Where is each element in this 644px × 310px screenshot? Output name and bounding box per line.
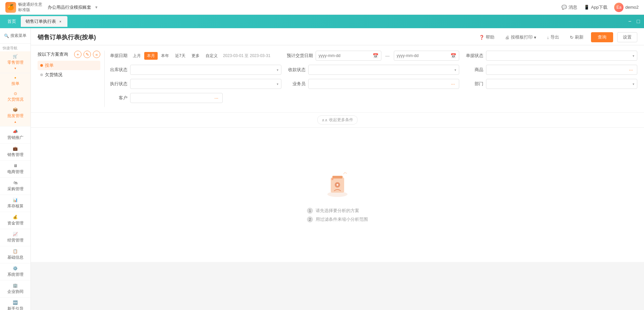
- sidebar-item-finance[interactable]: 💰 资金管理: [0, 212, 31, 229]
- refresh-button[interactable]: ↻ 刷新: [567, 33, 587, 42]
- tip-num-2: 2: [307, 216, 313, 222]
- goods-select[interactable]: ···: [486, 65, 637, 75]
- date-tab-this-year[interactable]: 本年: [158, 52, 172, 60]
- empty-tip-2: 2 用过滤条件来缩小分析范围: [307, 216, 368, 222]
- user-menu[interactable]: Ea demo2: [614, 3, 639, 12]
- sidebar-item-marketing[interactable]: 📣 营销推广: [0, 126, 31, 144]
- date-tab-7days[interactable]: 近7天: [172, 52, 188, 60]
- date-tab-more[interactable]: 更多: [189, 52, 202, 60]
- finance-icon: 💰: [13, 215, 18, 219]
- tab-maximize-button[interactable]: □: [635, 17, 641, 26]
- tab-bar: 首页 销售订单执行表 × − □: [0, 15, 644, 28]
- sidebar-item-backorder[interactable]: ⊙ 欠货情况: [0, 89, 31, 105]
- app-download-button[interactable]: 📱 App下载: [584, 4, 607, 10]
- top-bar-left: 🍊 畅捷通好生意 标准版 办公用品行业模拟账套 ▾: [5, 2, 98, 13]
- marketing-icon: 📣: [13, 129, 18, 134]
- scheme-item-backorder[interactable]: 欠货情况: [38, 70, 100, 80]
- svg-line-9: [345, 172, 347, 173]
- help-button[interactable]: ❓ 帮助: [476, 33, 498, 42]
- sidebar-item-basics[interactable]: 📋 基础信息: [0, 246, 31, 263]
- sidebar-item-enterprise[interactable]: 🏢 企业协同: [0, 280, 31, 298]
- print-button[interactable]: 🖨 按模板打印 ▾: [502, 33, 540, 42]
- filter-scheme-title: 按以下方案查询: [38, 51, 68, 57]
- payment-status-select[interactable]: ▾: [308, 65, 460, 75]
- delivery-status-label: 出库状态: [109, 67, 127, 73]
- sidebar-item-sales[interactable]: 💼 销售管理: [0, 144, 31, 161]
- search-menu-button[interactable]: 🔍 搜索菜单: [3, 31, 28, 41]
- filter-row-4: 客户 ···: [109, 93, 637, 103]
- customer-dots-icon[interactable]: ···: [213, 95, 220, 101]
- filter-scheme-icons: + ✎ «: [74, 51, 100, 58]
- edit-scheme-button[interactable]: ✎: [84, 51, 91, 58]
- tab-close-icon[interactable]: ×: [58, 19, 63, 24]
- top-bar: 🍊 畅捷通好生意 标准版 办公用品行业模拟账套 ▾ 💬 消息 📱 App下载 E…: [0, 0, 644, 15]
- top-bar-right: 💬 消息 📱 App下载 Ea demo2: [561, 3, 639, 12]
- sidebar-sub-retail: 🔸 按单 ⊙ 欠货情况: [0, 73, 31, 105]
- filter-scheme-header: 按以下方案查询 + ✎ «: [38, 51, 100, 58]
- scheme-dot-active: [40, 64, 43, 67]
- page-actions: ❓ 帮助 🖨 按模板打印 ▾ ↓ 导出 ↻ 刷新 查询: [476, 32, 638, 42]
- status-field: 单据状态 ▾: [465, 51, 637, 61]
- expected-date-end-wrap: 📅: [394, 51, 460, 61]
- svg-rect-2: [332, 176, 342, 178]
- salesperson-dots-icon[interactable]: ···: [450, 81, 457, 87]
- expected-date-start-input[interactable]: [319, 53, 373, 58]
- tab-bar-right: − □: [627, 17, 641, 26]
- avatar: Ea: [614, 3, 624, 12]
- salesperson-select[interactable]: ···: [308, 79, 460, 89]
- top-bar-title: 办公用品行业模拟账套: [48, 4, 91, 10]
- expected-date-end-input[interactable]: [397, 53, 451, 58]
- delivery-status-select[interactable]: ▾: [130, 65, 281, 75]
- query-button[interactable]: 查询: [591, 32, 613, 42]
- sidebar-item-by-order[interactable]: 🔸 按单: [0, 73, 31, 89]
- top-bar-dropdown-icon[interactable]: ▾: [95, 5, 98, 10]
- export-button[interactable]: ↓ 导出: [544, 33, 563, 42]
- execution-status-select[interactable]: ▾: [130, 79, 281, 89]
- tab-sales-order[interactable]: 销售订单执行表 ×: [21, 16, 67, 27]
- wholesale-icon: 📦: [13, 107, 18, 112]
- sidebar-item-wholesale[interactable]: 📦 批发管理 ▴: [0, 105, 31, 126]
- customer-label: 客户: [109, 95, 127, 101]
- logo-text: 畅捷通好生意 标准版: [18, 2, 42, 12]
- salesperson-label: 业务员: [287, 81, 306, 87]
- tip-num-1: 1: [307, 208, 313, 214]
- wholesale-arrow-icon: ▴: [14, 120, 16, 123]
- department-label: 部门: [465, 81, 483, 87]
- page-title: 销售订单执行表(按单): [38, 33, 96, 41]
- sidebar-item-retail[interactable]: 🛒 零售管理 ▾: [0, 51, 31, 73]
- add-scheme-button[interactable]: +: [74, 51, 82, 58]
- empty-illustration: [321, 167, 354, 201]
- sidebar-item-purchase[interactable]: 🛍 采购管理: [0, 178, 31, 195]
- date-tab-this-month[interactable]: 本月: [144, 52, 158, 60]
- message-button[interactable]: 💬 消息: [561, 4, 577, 10]
- svg-line-8: [343, 172, 345, 174]
- payment-status-label: 收款状态: [287, 67, 306, 73]
- collapse-button[interactable]: ∧∧ 收起更多条件: [317, 115, 358, 124]
- expected-date-start-wrap: 📅: [316, 51, 381, 61]
- sidebar-item-system[interactable]: ⚙️ 系统管理: [0, 263, 31, 280]
- sidebar-nav-label: 快捷导航: [0, 44, 31, 51]
- sidebar-item-ecommerce[interactable]: 🖥 电商管理: [0, 161, 31, 178]
- goods-label: 商品: [465, 67, 483, 73]
- scheme-item-by-order[interactable]: 按单: [38, 61, 100, 70]
- empty-tip-1: 1 请先选择要分析的方案: [307, 208, 368, 214]
- date-tab-last-month[interactable]: 上月: [130, 52, 144, 60]
- ecommerce-icon: 🖥: [13, 163, 17, 168]
- tab-home[interactable]: 首页: [3, 16, 21, 27]
- tab-minimize-button[interactable]: −: [627, 17, 633, 26]
- sidebar-item-operations[interactable]: 📈 经营管理: [0, 229, 31, 246]
- guide-icon: 🆕: [13, 300, 18, 305]
- settings-button[interactable]: 设置: [617, 32, 637, 42]
- delivery-arrow-icon: ▾: [277, 68, 278, 72]
- sidebar-item-guide[interactable]: 🆕 新手引导: [0, 298, 31, 310]
- department-select[interactable]: ▾: [486, 79, 637, 89]
- scheme-dot-inactive: [40, 73, 43, 76]
- goods-dots-icon[interactable]: ···: [628, 67, 634, 72]
- purchase-icon: 🛍: [13, 180, 17, 185]
- customer-select[interactable]: ···: [130, 93, 223, 103]
- status-select[interactable]: ▾: [486, 51, 637, 61]
- collapse-scheme-button[interactable]: «: [93, 51, 100, 58]
- date-tab-custom[interactable]: 自定义: [203, 52, 220, 60]
- search-icon: 🔍: [4, 34, 9, 38]
- sidebar-item-inventory[interactable]: 📊 库存核算: [0, 195, 31, 212]
